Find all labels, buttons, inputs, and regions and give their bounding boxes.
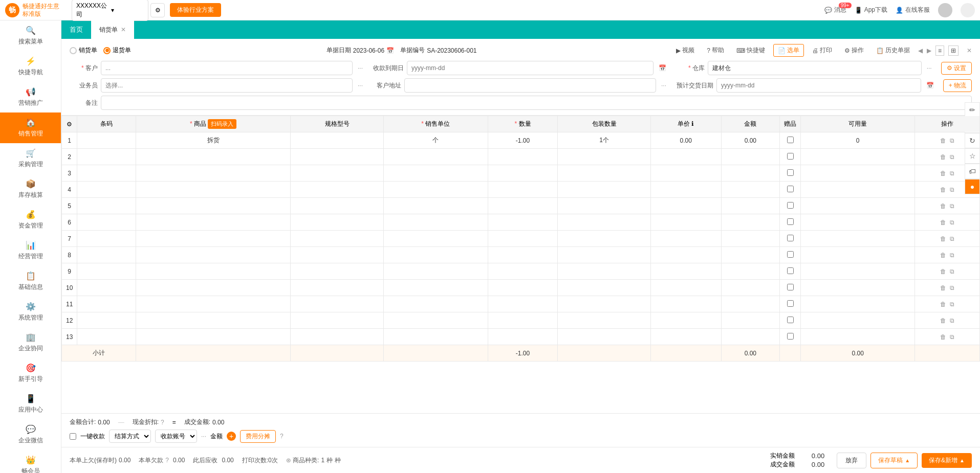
float-btn-orange[interactable]: ● <box>965 179 980 194</box>
discard-button[interactable]: 放弃 <box>837 453 866 468</box>
sidebar-item-basic[interactable]: 📋 基础信息 <box>0 266 61 297</box>
row-unit-price[interactable] <box>650 312 721 329</box>
due-date-input[interactable] <box>407 61 654 75</box>
row-unit-price[interactable] <box>650 296 721 312</box>
operate-btn[interactable]: ⚙ 操作 <box>840 44 868 56</box>
row-gift[interactable] <box>780 296 801 312</box>
sidebar-item-search[interactable]: 🔍 搜索菜单 <box>0 20 61 51</box>
row-unit[interactable] <box>383 165 488 182</box>
row-unit[interactable] <box>383 329 488 345</box>
salesman-input[interactable] <box>101 78 353 93</box>
row-amount[interactable] <box>721 263 779 280</box>
row-spec[interactable] <box>291 329 383 345</box>
row-amount[interactable] <box>721 165 779 182</box>
row-qty[interactable] <box>488 247 558 263</box>
prev-icon[interactable]: ◀ <box>918 47 923 54</box>
sidebar-item-wechat[interactable]: 💬 企业微信 <box>0 419 61 450</box>
row-gift[interactable] <box>780 198 801 214</box>
tab-home[interactable]: 首页 <box>61 20 91 39</box>
row-pkg-qty[interactable] <box>558 263 650 280</box>
row-unit[interactable] <box>383 280 488 296</box>
delete-icon[interactable]: 🗑 <box>940 137 946 144</box>
sidebar-item-apps[interactable]: 📱 应用中心 <box>0 389 61 419</box>
row-product[interactable] <box>136 198 290 214</box>
row-barcode[interactable] <box>77 296 136 312</box>
row-amount[interactable] <box>721 329 779 345</box>
row-unit[interactable] <box>383 182 488 198</box>
delete-icon[interactable]: 🗑 <box>940 186 946 193</box>
row-unit-price[interactable] <box>650 231 721 247</box>
expected-date-calendar-btn[interactable]: 📅 <box>924 82 936 89</box>
row-product[interactable] <box>136 165 290 182</box>
row-unit-price[interactable] <box>650 165 721 182</box>
row-product[interactable] <box>136 214 290 231</box>
row-product[interactable] <box>136 149 290 165</box>
row-product[interactable] <box>136 263 290 280</box>
delete-icon[interactable]: 🗑 <box>940 252 946 259</box>
history-btn[interactable]: 📋 历史单据 <box>872 44 914 56</box>
row-pkg-qty[interactable] <box>558 329 650 345</box>
row-unit-price[interactable]: 0.00 <box>650 132 721 149</box>
row-unit-price[interactable] <box>650 198 721 214</box>
sidebar-item-purchase[interactable]: 🛒 采购管理 <box>0 143 61 174</box>
row-pkg-qty[interactable] <box>558 247 650 263</box>
row-pkg-qty[interactable] <box>558 280 650 296</box>
row-qty[interactable] <box>488 149 558 165</box>
row-barcode[interactable] <box>77 263 136 280</box>
row-product[interactable] <box>136 312 290 329</box>
total-owed-help[interactable]: ? <box>165 457 169 464</box>
video-btn[interactable]: ▶ 视频 <box>672 44 699 56</box>
row-barcode[interactable] <box>77 329 136 345</box>
row-pkg-qty[interactable] <box>558 182 650 198</box>
row-barcode[interactable] <box>77 312 136 329</box>
copy-icon[interactable]: ⧉ <box>950 170 954 177</box>
delete-icon[interactable]: 🗑 <box>940 268 946 275</box>
row-product[interactable]: 拆货 <box>136 132 290 149</box>
float-btn-edit[interactable]: ✏ <box>965 102 980 118</box>
float-btn-tag[interactable]: 🏷 <box>965 164 980 179</box>
row-gift[interactable] <box>780 182 801 198</box>
row-barcode[interactable] <box>77 247 136 263</box>
row-gift[interactable] <box>780 165 801 182</box>
row-gift[interactable] <box>780 263 801 280</box>
row-qty[interactable] <box>488 296 558 312</box>
row-unit-price[interactable] <box>650 149 721 165</box>
sidebar-item-sales[interactable]: 🏠 销售管理 <box>0 112 61 143</box>
add-payment-button[interactable]: + <box>227 432 236 441</box>
radio-sales[interactable]: 销货单 <box>70 46 97 55</box>
account-more-btn[interactable]: ··· <box>201 433 206 440</box>
expected-date-input[interactable] <box>716 78 921 93</box>
row-spec[interactable] <box>291 198 383 214</box>
row-spec[interactable] <box>291 263 383 280</box>
row-pkg-qty[interactable]: 1个 <box>558 132 650 149</box>
row-barcode[interactable] <box>77 165 136 182</box>
cost-split-button[interactable]: 费用分摊 <box>240 430 276 443</box>
row-qty[interactable] <box>488 214 558 231</box>
row-barcode[interactable] <box>77 132 136 149</box>
calendar-icon[interactable]: 📅 <box>386 47 394 54</box>
delete-icon[interactable]: 🗑 <box>940 235 946 242</box>
row-spec[interactable] <box>291 132 383 149</box>
delete-icon[interactable]: 🗑 <box>940 153 946 161</box>
float-btn-star[interactable]: ☆ <box>965 148 980 164</box>
row-unit[interactable] <box>383 312 488 329</box>
copy-icon[interactable]: ⧉ <box>950 333 954 341</box>
delete-icon[interactable]: 🗑 <box>940 317 946 324</box>
row-product[interactable] <box>136 329 290 345</box>
sidebar-item-marketing[interactable]: 📢 营销推广 <box>0 82 61 112</box>
row-amount[interactable] <box>721 149 779 165</box>
due-date-calendar-btn[interactable]: 📅 <box>657 64 668 72</box>
row-unit-price[interactable] <box>650 263 721 280</box>
row-spec[interactable] <box>291 296 383 312</box>
customer-more-btn[interactable]: ··· <box>356 64 365 72</box>
row-spec[interactable] <box>291 280 383 296</box>
one-click-payment-checkbox[interactable] <box>70 433 76 440</box>
help-btn[interactable]: ? 帮助 <box>703 44 728 56</box>
copy-icon[interactable]: ⧉ <box>950 252 954 259</box>
sidebar-item-inventory[interactable]: 📦 库存核算 <box>0 174 61 205</box>
row-product[interactable] <box>136 231 290 247</box>
tab-sales-order[interactable]: 销货单 ✕ <box>91 20 134 39</box>
row-amount[interactable] <box>721 247 779 263</box>
row-unit-price[interactable] <box>650 329 721 345</box>
notes-input[interactable] <box>101 96 972 110</box>
